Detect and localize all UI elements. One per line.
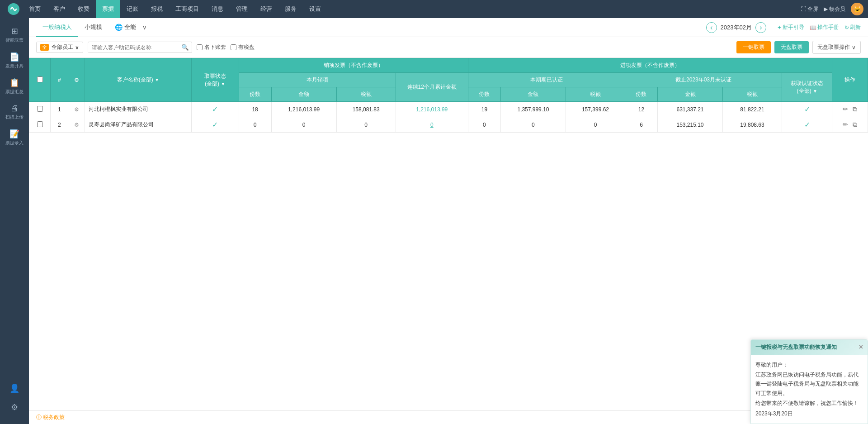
row-purchase-uncert-amount: 153,215.10 [657, 117, 722, 133]
row-consecutive12: 0 [396, 117, 468, 133]
row-action: ✏ ⧉ [832, 117, 868, 133]
data-table-wrap: # ⚙ 客户名称(全部) ▼ 取票状态(全部) ▼ 销项发票（不含作废票） 进项… [29, 58, 868, 410]
manual-button[interactable]: 📖 操作手册 [810, 24, 839, 31]
row-purchase-uncert-count: 12 [625, 102, 657, 117]
row-consecutive12: 1,216,013.99 [396, 102, 468, 117]
employee-select[interactable]: 全 全部员工 ∨ [36, 42, 83, 53]
sidebar-item-scan-upload[interactable]: 🖨 扫描上传 [2, 100, 27, 124]
diskless-fetch-ops-button[interactable]: 无盘取票操作 ∨ [812, 41, 861, 54]
row-num: 1 [51, 102, 68, 117]
row-cert-status: ✓ [782, 102, 832, 117]
th-before-mar: 截止2023年03月未认证 [625, 73, 782, 87]
new-guide-button[interactable]: ✦ 新手引导 [777, 24, 804, 31]
nav-business[interactable]: 工商项目 [169, 0, 205, 18]
nav-tax[interactable]: 报税 [145, 0, 169, 18]
taxdisk-checkbox[interactable] [231, 44, 236, 50]
th-settings[interactable]: ⚙ [68, 58, 85, 102]
th-operation: 操作 [832, 58, 868, 102]
diskless-fetch-button[interactable]: 无盘取票 [774, 41, 809, 53]
current-date: 2023年02月 [721, 24, 752, 32]
checkbox-account[interactable]: 名下账套 [197, 43, 226, 51]
account-checkbox[interactable] [197, 44, 203, 50]
th-purchase-current-count: 份数 [468, 87, 500, 102]
th-current-confirmed: 本期期已认证 [468, 73, 625, 87]
nav-items: 首页 客户 收费 票据 记账 报税 工商项目 消息 管理 经营 服务 设置 [23, 0, 801, 18]
prev-month-button[interactable]: ‹ [706, 22, 717, 33]
nav-home[interactable]: 首页 [23, 0, 47, 18]
refresh-button[interactable]: ↻ 刷新 [844, 24, 861, 31]
sidebar-item-invoice-entry[interactable]: 📝 票据录入 [2, 125, 27, 149]
scan-upload-icon: 🖨 [10, 104, 19, 113]
row-purchase-current-count: 0 [468, 117, 500, 133]
nav-business2[interactable]: 经营 [254, 0, 278, 18]
nav-fee[interactable]: 收费 [71, 0, 96, 18]
settings-icon[interactable]: ⚙ [8, 400, 21, 415]
nav-message[interactable]: 消息 [205, 0, 230, 18]
info-icon: ⓘ [36, 414, 42, 421]
row-ticket-status: ✓ [191, 102, 239, 117]
app-logo [5, 0, 23, 18]
row-purchase-uncert-tax: 19,808.63 [723, 117, 782, 133]
row-settings[interactable]: ⚙ [68, 117, 85, 133]
edit-icon[interactable]: ✏ [841, 121, 849, 128]
th-current-month: 本月销项 [239, 73, 396, 87]
search-input[interactable] [88, 43, 179, 52]
checkbox-taxdisk[interactable]: 有税盘 [231, 43, 255, 51]
nav-manage[interactable]: 管理 [230, 0, 254, 18]
th-ticket-status: 取票状态(全部) ▼ [191, 58, 239, 102]
user-avatar[interactable]: 🐱 [851, 3, 863, 15]
sidebar-item-smart-fetch[interactable]: ⊞ 智能取票 [2, 23, 27, 47]
th-purchase-invoice: 进项发票（不含作废票） [468, 58, 832, 73]
filter-bar: 全 全部员工 ∨ 🔍 名下账套 有税盘 一键取票 无盘取票 无盘取票操作 [29, 37, 868, 58]
tab-all[interactable]: 🌐 全能 [108, 18, 142, 37]
row-purchase-uncert-amount: 631,337.21 [657, 102, 722, 117]
th-checkbox [29, 58, 51, 102]
nav-invoice[interactable]: 票据 [96, 0, 120, 18]
tab-general-taxpayer[interactable]: 一般纳税人 [36, 18, 78, 37]
tax-policy-link[interactable]: ⓘ 税务政策 [36, 414, 65, 421]
member-button[interactable]: ▶ 畅会员 [824, 5, 845, 13]
select-all-checkbox[interactable] [37, 76, 43, 82]
sidebar-item-invoice-open[interactable]: 📄 发票开具 [2, 48, 27, 72]
row-num: 2 [51, 117, 68, 133]
row-purchase-current-amount: 0 [500, 117, 566, 133]
notification-close-button[interactable]: × [859, 343, 863, 351]
invoice-entry-icon: 📝 [9, 129, 19, 139]
row-purchase-uncert-count: 6 [625, 117, 657, 133]
tab-small-scale[interactable]: 小规模 [78, 18, 108, 37]
tab-actions: ✦ 新手引导 📖 操作手册 ↻ 刷新 [777, 24, 861, 31]
nav-customer[interactable]: 客户 [47, 0, 71, 18]
row-settings[interactable]: ⚙ [68, 102, 85, 117]
user-icon[interactable]: 👤 [7, 381, 22, 396]
top-nav: 首页 客户 收费 票据 记账 报税 工商项目 消息 管理 经营 服务 设置 ⛶ … [0, 0, 868, 18]
copy-icon[interactable]: ⧉ [851, 121, 859, 128]
copy-icon[interactable]: ⧉ [851, 105, 859, 113]
one-click-fetch-button[interactable]: 一键取票 [736, 41, 771, 53]
filter-bar-right: 一键取票 无盘取票 无盘取票操作 ∨ [736, 41, 861, 54]
notification-body: 尊敬的用户： 江苏政务网已恢访问电子税务局功能，易代账一键登陆电子税务局与无盘取… [751, 355, 868, 424]
edit-icon[interactable]: ✏ [841, 105, 849, 113]
sidebar-bottom: 👤 ⚙ [7, 381, 22, 419]
th-cert-status: 获取认证状态(全部) ▼ [782, 73, 832, 102]
nav-service[interactable]: 服务 [278, 0, 303, 18]
next-month-button[interactable]: › [755, 22, 766, 33]
fullscreen-button[interactable]: ⛶ 全屏 [801, 5, 818, 13]
th-sales-invoice: 销项发票（不含作废票） [239, 58, 468, 73]
row-checkbox[interactable] [29, 117, 51, 133]
nav-settings[interactable]: 设置 [303, 0, 327, 18]
row-checkbox[interactable] [29, 102, 51, 117]
footer: ⓘ 税务政策 [29, 410, 868, 424]
tab-more-button[interactable]: ∨ [142, 24, 147, 31]
th-consecutive12: 连续12个月累计金额 [396, 73, 468, 102]
row-sales-count: 18 [239, 102, 271, 117]
row-purchase-current-tax: 157,399.62 [566, 102, 625, 117]
smart-fetch-icon: ⊞ [11, 26, 18, 36]
main-content: 一般纳税人 小规模 🌐 全能 ∨ ‹ 2023年02月 › ✦ 新手引导 📖 操… [29, 18, 868, 424]
th-customer-name: 客户名称(全部) ▼ [85, 58, 192, 102]
th-purchase-current-amount: 金额 [500, 87, 566, 102]
row-cert-status: ✓ [782, 117, 832, 133]
search-button[interactable]: 🔍 [179, 42, 192, 52]
sidebar-item-invoice-summary[interactable]: 📋 票据汇总 [2, 74, 27, 98]
row-sales-tax: 158,081.83 [336, 102, 396, 117]
nav-bookkeeping[interactable]: 记账 [120, 0, 145, 18]
